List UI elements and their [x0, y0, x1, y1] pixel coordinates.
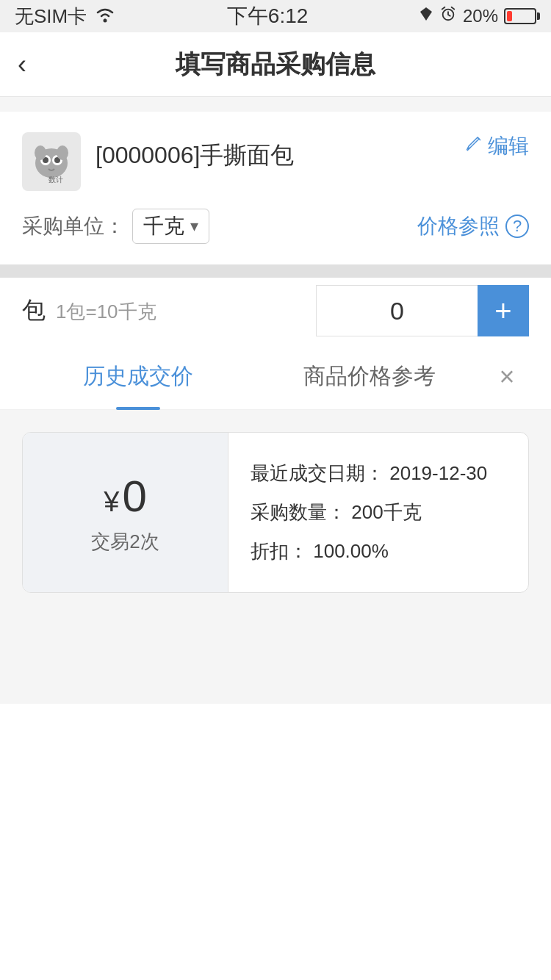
svg-text:数计: 数计 [48, 176, 63, 184]
status-bar: 无SIM卡 下午6:12 20% [0, 0, 551, 32]
quantity-input-area: + [316, 285, 529, 336]
help-circle-icon: ? [505, 215, 529, 238]
unit-selector[interactable]: 千克 ▾ [132, 209, 209, 244]
price-ref-label: 价格参照 [417, 212, 500, 240]
quantity-unit: 包 [22, 295, 46, 327]
recent-date-label: 最近成交日期： [251, 462, 384, 484]
product-card: 数计 [0000006]手撕面包 编辑 采购单位： 千克 ▾ [0, 112, 551, 264]
unit-label: 采购单位： [22, 212, 125, 240]
quantity-left: 包 1包=10千克 [22, 295, 156, 327]
purchase-qty-value: 200千克 [351, 501, 421, 523]
svg-point-0 [104, 18, 107, 22]
edit-button[interactable]: 编辑 [464, 132, 529, 160]
carrier-text: 无SIM卡 [15, 4, 87, 29]
edit-label: 编辑 [488, 132, 529, 160]
product-unit-row: 采购单位： 千克 ▾ 价格参照 ? [22, 209, 529, 244]
transaction-times: 交易2次 [91, 529, 159, 555]
quantity-plus-button[interactable]: + [478, 285, 529, 336]
status-right: 20% [419, 6, 536, 26]
product-thumbnail: 数计 [22, 132, 81, 191]
wifi-icon [94, 5, 116, 28]
recent-date-value: 2019-12-30 [389, 462, 487, 484]
unit-value: 千克 [143, 212, 184, 240]
svg-point-8 [57, 145, 68, 160]
card-left-summary: ¥ 0 交易2次 [23, 433, 228, 592]
purchase-qty-row: 采购数量： 200千克 [251, 498, 506, 527]
dropdown-arrow-icon: ▾ [190, 217, 198, 236]
back-button[interactable]: ‹ [18, 49, 26, 80]
tab-history-price[interactable]: 历史成交价 [22, 344, 253, 410]
tab-active-indicator [116, 407, 160, 410]
discount-label: 折扣： [251, 540, 308, 562]
product-left: 数计 [0000006]手撕面包 [22, 132, 294, 191]
price-value: 0 [122, 471, 146, 522]
tabs-bar: 历史成交价 商品价格参考 × [0, 344, 551, 410]
edit-icon [464, 134, 483, 159]
alarm-icon [439, 6, 457, 26]
quantity-input[interactable] [316, 285, 478, 336]
discount-row: 折扣： 100.00% [251, 537, 506, 566]
price-ref-button[interactable]: 价格参照 ? [417, 212, 529, 240]
recent-date-row: 最近成交日期： 2019-12-30 [251, 459, 506, 488]
tab-close-button[interactable]: × [485, 355, 529, 399]
yuan-symbol: ¥ [104, 486, 119, 518]
status-left: 无SIM卡 [15, 4, 116, 29]
svg-point-7 [35, 145, 46, 160]
product-name: [0000006]手撕面包 [96, 132, 294, 172]
product-header: 数计 [0000006]手撕面包 编辑 [22, 132, 529, 191]
owl-logo-icon: 数计 [29, 140, 73, 184]
purchase-qty-label: 采购数量： [251, 501, 346, 523]
transaction-price: ¥ 0 [104, 471, 147, 522]
tab-product-price-ref[interactable]: 商品价格参考 [253, 344, 485, 410]
nav-bar: ‹ 填写商品采购信息 [0, 32, 551, 97]
discount-value: 100.00% [313, 540, 389, 562]
battery-icon [504, 8, 536, 24]
tab-price-ref-label: 商品价格参考 [303, 361, 436, 392]
tab-history-label: 历史成交价 [83, 361, 193, 392]
battery-percentage: 20% [463, 6, 498, 26]
content-area: ¥ 0 交易2次 最近成交日期： 2019-12-30 采购数量： 200千克 … [0, 410, 551, 704]
transaction-card: ¥ 0 交易2次 最近成交日期： 2019-12-30 采购数量： 200千克 … [22, 432, 529, 593]
bottom-whitespace [0, 704, 551, 980]
card-right-details: 最近成交日期： 2019-12-30 采购数量： 200千克 折扣： 100.0… [228, 433, 528, 592]
page-title: 填写商品采购信息 [176, 48, 375, 82]
section-divider [0, 264, 551, 278]
location-icon [419, 6, 433, 26]
quantity-row: 包 1包=10千克 + [0, 278, 551, 344]
quantity-conversion: 1包=10千克 [56, 299, 156, 325]
status-time: 下午6:12 [227, 2, 309, 30]
